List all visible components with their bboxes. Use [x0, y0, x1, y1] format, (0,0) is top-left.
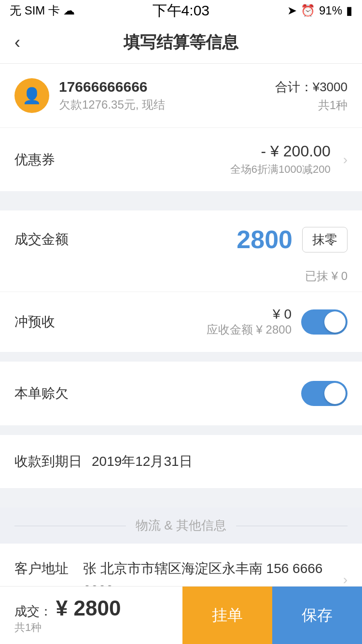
logistics-divider: 物流 & 其他信息 — [0, 507, 362, 544]
hang-button[interactable]: 挂单 — [182, 587, 272, 644]
customer-row: 👤 17666666666 欠款1276.35元, 现结 合计：¥3000 共1… — [0, 64, 362, 127]
bottom-summary: 成交： ¥ 2800 共1种 — [0, 596, 182, 635]
status-right: ➤ ⏰ 91% ▮ — [287, 4, 352, 17]
sim-label: 无 SIM 卡 ☁ — [10, 3, 75, 18]
person-icon: 👤 — [22, 86, 42, 105]
credit-toggle-knob — [324, 383, 346, 404]
prepay-subtext: 应收金额 ¥ 2800 — [207, 322, 292, 337]
deal-value: 2800 — [237, 225, 292, 254]
coupon-label: 优惠券 — [14, 151, 55, 169]
credit-label: 本单赊欠 — [14, 384, 69, 403]
chevron-right-icon: › — [343, 152, 348, 168]
prepay-value: ¥ 0 — [207, 307, 292, 322]
prepay-toggle[interactable] — [301, 309, 348, 335]
due-date-row: 收款到期日 2019年12月31日 — [0, 435, 362, 488]
status-time: 下午4:03 — [153, 1, 209, 21]
customer-phone: 17666666666 — [59, 79, 165, 95]
status-bar: 无 SIM 卡 ☁ 下午4:03 ➤ ⏰ 91% ▮ — [0, 0, 362, 21]
deal-right: 2800 抹零 — [237, 225, 348, 254]
toggle-knob — [324, 311, 346, 333]
avatar: 👤 — [14, 78, 49, 113]
back-button[interactable]: ‹ — [14, 32, 20, 53]
due-date-value: 2019年12月31日 — [92, 452, 193, 471]
coupon-subtext: 全场6折满1000减200 — [230, 162, 331, 177]
coupon-right: - ¥ 200.00 全场6折满1000减200 › — [230, 142, 348, 177]
customer-subtext: 欠款1276.35元, 现结 — [59, 97, 165, 112]
bottom-deal-label: 成交： — [14, 604, 52, 618]
address-chevron-icon: › — [343, 572, 348, 588]
date-section: 收款到期日 2019年12月31日 — [0, 435, 362, 488]
amount-section: 成交金额 2800 抹零 已抹 ¥ 0 冲预收 ¥ 0 应收金额 ¥ 2800 — [0, 210, 362, 352]
credit-toggle[interactable] — [301, 381, 348, 406]
save-button[interactable]: 保存 — [272, 587, 362, 644]
address-label: 客户地址 — [14, 558, 69, 580]
battery-label: 91% — [319, 4, 342, 17]
customer-section: 👤 17666666666 欠款1276.35元, 现结 合计：¥3000 共1… — [0, 64, 362, 191]
due-date-label: 收款到期日 — [14, 452, 82, 471]
bottom-bar: 成交： ¥ 2800 共1种 挂单 保存 — [0, 586, 362, 644]
deal-sub: 已抹 ¥ 0 — [0, 268, 362, 292]
customer-info-left: 👤 17666666666 欠款1276.35元, 现结 — [14, 78, 165, 113]
gray-separator-2 — [0, 352, 362, 362]
divider-text: 物流 & 其他信息 — [126, 518, 236, 532]
credit-row: 本单赊欠 — [0, 362, 362, 425]
customer-details: 17666666666 欠款1276.35元, 现结 — [59, 79, 165, 112]
round-button[interactable]: 抹零 — [302, 227, 348, 252]
prepay-row: 冲预收 ¥ 0 应收金额 ¥ 2800 — [0, 292, 362, 352]
deal-label: 成交金额 — [14, 230, 69, 249]
coupon-row[interactable]: 优惠券 - ¥ 200.00 全场6折满1000减200 › — [0, 127, 362, 191]
status-left: 无 SIM 卡 ☁ — [10, 3, 75, 18]
bottom-deal-row: 成交： ¥ 2800 — [14, 596, 168, 620]
nav-bar: ‹ 填写结算等信息 — [0, 21, 362, 64]
bottom-count: 共1种 — [14, 620, 168, 635]
deal-amount-row: 成交金额 2800 抹零 — [0, 210, 362, 268]
coupon-amount: - ¥ 200.00 — [230, 142, 331, 160]
alarm-icon: ⏰ — [301, 4, 315, 17]
customer-total: 合计：¥3000 共1种 — [275, 79, 348, 113]
bottom-amount: ¥ 2800 — [56, 596, 121, 620]
gray-separator-1 — [0, 201, 362, 210]
credit-section: 本单赊欠 — [0, 362, 362, 425]
location-icon: ➤ — [287, 4, 297, 17]
prepay-label: 冲预收 — [14, 313, 55, 331]
gray-separator-3 — [0, 498, 362, 507]
page-title: 填写结算等信息 — [124, 31, 238, 54]
prepay-right: ¥ 0 应收金额 ¥ 2800 — [207, 307, 348, 337]
total-count: 共1种 — [275, 98, 348, 113]
battery-icon: ▮ — [346, 4, 352, 17]
total-label: 合计：¥3000 — [275, 79, 348, 96]
